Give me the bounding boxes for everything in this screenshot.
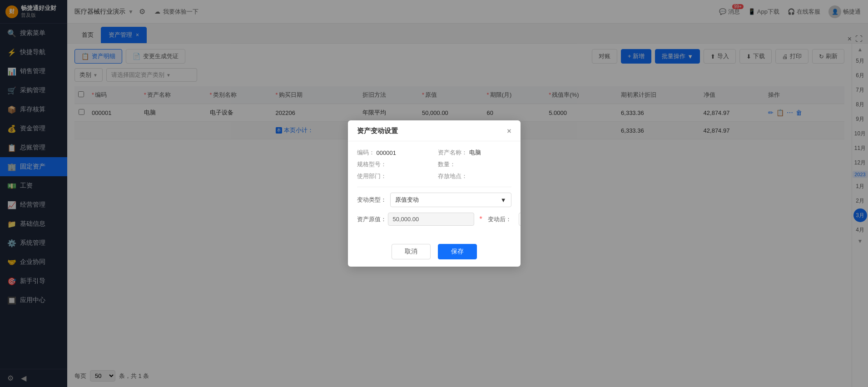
modal-spec-item: 规格型号： [357, 160, 431, 169]
modal-quantity-label: 数量： [438, 160, 456, 169]
modal-header: 资产变动设置 × [348, 120, 521, 141]
modal-name-label: 资产名称： [438, 149, 467, 157]
change-type-row: 变动类型： 原值变动 ▼ [357, 193, 511, 207]
change-type-value: 原值变动 [395, 196, 419, 204]
modal-quantity-item: 数量： [438, 160, 511, 169]
change-type-arrow-icon: ▼ [501, 197, 506, 203]
modal-name-value: 电脑 [469, 149, 481, 157]
original-value-input [388, 213, 474, 226]
change-type-label: 变动类型： [357, 196, 387, 204]
save-button[interactable]: 保存 [438, 244, 477, 259]
modal-title: 资产变动设置 [357, 127, 398, 135]
modal-location-label: 存放地点： [438, 172, 467, 180]
modal-code-value: 000001 [377, 149, 396, 156]
after-value-input[interactable] [519, 213, 521, 226]
modal-dept-label: 使用部门： [357, 172, 387, 180]
modal-location-item: 存放地点： [438, 172, 511, 180]
modal-code-label: 编码： [357, 149, 375, 157]
modal-spec-label: 规格型号： [357, 160, 387, 169]
modal-footer: 取消 保存 [348, 238, 521, 267]
modal-body: 编码： 000001 资产名称： 电脑 规格型号： 数量： 使用部门： [348, 141, 521, 238]
modal-dept-item: 使用部门： [357, 172, 431, 180]
value-row: 资产原值： * 变动后： [357, 213, 511, 226]
modal-info-grid: 编码： 000001 资产名称： 电脑 规格型号： 数量： 使用部门： [357, 149, 511, 180]
cancel-button[interactable]: 取消 [392, 244, 431, 259]
modal-close-btn[interactable]: × [507, 127, 511, 135]
modal-divider [357, 187, 511, 187]
required-star-icon: * [480, 215, 482, 223]
original-value-label: 资产原值： [357, 215, 384, 223]
change-type-select[interactable]: 原值变动 ▼ [390, 193, 511, 207]
modal-overlay: 资产变动设置 × 编码： 000001 资产名称： 电脑 规格型号： 数 [0, 0, 868, 387]
after-label: 变动后： [488, 215, 515, 223]
modal-name-item: 资产名称： 电脑 [438, 149, 511, 157]
modal-code-item: 编码： 000001 [357, 149, 431, 157]
asset-change-modal: 资产变动设置 × 编码： 000001 资产名称： 电脑 规格型号： 数 [348, 120, 521, 267]
